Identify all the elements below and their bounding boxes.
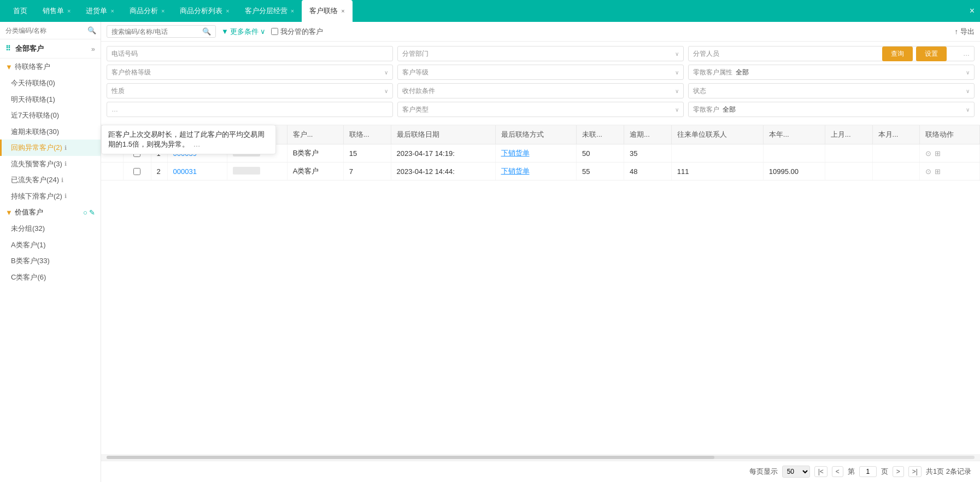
sidebar-group-pending[interactable]: ▼ 待联络客户 — [0, 59, 101, 75]
tooltip-more-icon[interactable]: … — [193, 140, 200, 148]
per-page-label: 每页显示 — [749, 467, 778, 477]
setting-button[interactable]: 设置 — [916, 47, 947, 61]
code-link-2[interactable]: 000031 — [173, 167, 197, 176]
th-last-date[interactable]: 最后联络日期 — [391, 125, 495, 144]
per-page-select[interactable]: 10 20 50 100 — [782, 466, 810, 478]
td-overdue-1: 35 — [624, 144, 671, 162]
sidebar-item-ungroup[interactable]: 未分组(32) — [0, 220, 101, 237]
extra-filter-icon[interactable]: … — [112, 106, 118, 113]
nav-sales[interactable]: 销售单 × — [35, 0, 78, 22]
close-customer-contact-icon[interactable]: × — [341, 8, 344, 14]
td-checkbox-2[interactable] — [123, 162, 151, 181]
filter-price-level[interactable]: 客户价格等级 ∨ — [107, 65, 393, 80]
nav-analysis-list[interactable]: 商品分析列表 × — [172, 0, 237, 22]
td-name-2 — [227, 162, 287, 181]
search-input[interactable] — [112, 28, 202, 36]
manager-more-icon[interactable]: … — [963, 50, 970, 57]
scrollbar-thumb[interactable] — [107, 456, 714, 459]
filter-retail-attr[interactable]: 零散客户属性 全部 ∨ — [688, 65, 975, 80]
sidebar-item-lost-warning[interactable]: 流失预警客户(3) ℹ — [0, 156, 101, 172]
filter-customer-type[interactable]: 客户类型 ∨ — [397, 102, 684, 117]
th-last-way[interactable]: 最后联络方式 — [495, 125, 577, 144]
sidebar-search-icon[interactable]: 🔍 — [87, 26, 96, 34]
td-last-way-1: 下销货单 — [495, 144, 577, 162]
close-sales-icon[interactable]: × — [67, 8, 71, 14]
filter-status[interactable]: 状态 ∨ — [688, 83, 975, 98]
sidebar-item-tomorrow[interactable]: 明天待联络(1) — [0, 91, 101, 108]
nav-home[interactable]: 首页 — [5, 0, 35, 22]
filter-payment[interactable]: 收付款条件 ∨ — [397, 83, 684, 98]
main-layout: 🔍 ⠿ 全部客户 » ▼ 待联络客户 今天待联络(0) 明天待联络(1) 近7天… — [0, 22, 980, 482]
sidebar-item-class-b[interactable]: B类客户(33) — [0, 253, 101, 269]
td-index-2: 2 — [151, 162, 167, 181]
total-pages-label: 页 — [881, 467, 888, 477]
nature-dropdown-icon: ∨ — [384, 88, 388, 94]
sidebar-search-input[interactable] — [5, 27, 87, 34]
more-conditions-button[interactable]: ▼ 更多条件 ∨ — [221, 27, 266, 37]
my-customer-checkbox[interactable] — [271, 28, 278, 35]
sidebar-item-class-a[interactable]: A类客户(1) — [0, 237, 101, 253]
th-last-month[interactable]: 上月... — [825, 125, 872, 144]
status-dropdown-icon: ∨ — [966, 88, 970, 94]
last-page-button[interactable]: >| — [908, 466, 922, 477]
collapse-button[interactable]: » — [91, 45, 95, 53]
th-contact-person[interactable]: 往来单位联系人 — [671, 125, 763, 144]
window-close-button[interactable]: × — [970, 6, 975, 16]
th-this-year[interactable]: 本年... — [763, 125, 825, 144]
close-customer-mgmt-icon[interactable]: × — [291, 8, 294, 14]
nav-customer-contact[interactable]: 客户联络 × — [302, 0, 352, 22]
td-this-month-2 — [872, 162, 920, 181]
name-placeholder-2 — [233, 167, 260, 175]
value-group-edit-icons[interactable]: ○ ✎ — [83, 208, 95, 217]
query-button[interactable]: 查询 — [882, 47, 913, 61]
nav-purchase[interactable]: 进货单 × — [78, 0, 121, 22]
action-grid-icon-2[interactable]: ⊞ — [935, 167, 941, 176]
info-icon-declining: ℹ — [64, 191, 67, 201]
td-contact-person-1 — [671, 144, 763, 162]
close-analysis-icon[interactable]: × — [161, 8, 165, 14]
search-icon[interactable]: 🔍 — [202, 27, 211, 36]
th-no-contact[interactable]: 未联... — [577, 125, 624, 144]
td-action-2: ⊙ ⊞ — [920, 162, 980, 181]
horizontal-scrollbar[interactable] — [101, 454, 980, 461]
sidebar-item-today[interactable]: 今天待联络(0) — [0, 75, 101, 91]
td-type-1: B类客户 — [287, 144, 343, 162]
row2-checkbox[interactable] — [133, 168, 140, 175]
sidebar-item-class-c[interactable]: C类客户(6) — [0, 269, 101, 286]
action-grid-icon-1[interactable]: ⊞ — [935, 149, 941, 158]
filter-retail-customer[interactable]: 零散客户 全部 ∨ — [688, 102, 975, 117]
last-way-link-2[interactable]: 下销货单 — [501, 167, 530, 175]
sidebar-item-repurchase-abnormal[interactable]: 回购异常客户(2) ℹ — [0, 140, 101, 156]
grid-icon: ⠿ — [5, 44, 11, 53]
filter-customer-level[interactable]: 客户等级 ∨ — [397, 65, 684, 80]
sidebar-item-7days[interactable]: 近7天待联络(0) — [0, 107, 101, 124]
filter-dots[interactable]: … — [107, 102, 393, 117]
pagination-bar: 每页显示 10 20 50 100 |< < 第 页 > >| 共1页 2条记录 — [101, 461, 980, 482]
prev-page-button[interactable]: < — [832, 466, 843, 477]
next-page-button[interactable]: > — [893, 466, 904, 477]
sidebar-item-declining[interactable]: 持续下滑客户(2) ℹ — [0, 188, 101, 205]
tooltip-repurchase: 距客户上次交易时长，超过了此客户的平均交易周期的1.5倍，则视为异常。 … — [101, 125, 276, 154]
td-this-month-1 — [872, 144, 920, 162]
td-code-2[interactable]: 000031 — [167, 162, 227, 181]
first-page-button[interactable]: |< — [814, 466, 828, 477]
close-purchase-icon[interactable]: × — [110, 8, 114, 14]
close-analysis-list-icon[interactable]: × — [226, 8, 229, 14]
filter-department[interactable]: 分管部门 ∨ — [397, 46, 684, 61]
action-link-icon-1[interactable]: ⊙ — [925, 149, 931, 158]
info-icon-lost-warning: ℹ — [64, 159, 67, 169]
page-label: 第 — [848, 467, 855, 477]
filter-nature[interactable]: 性质 ∨ — [107, 83, 393, 98]
nav-customer-mgmt[interactable]: 客户分层经营 × — [237, 0, 302, 22]
th-overdue[interactable]: 逾期... — [624, 125, 671, 144]
th-contact[interactable]: 联络... — [343, 125, 391, 144]
th-type[interactable]: 客户... — [287, 125, 343, 144]
page-number-input[interactable] — [859, 466, 877, 477]
th-this-month[interactable]: 本月... — [872, 125, 920, 144]
export-button[interactable]: ↑ 导出 — [955, 27, 975, 37]
sidebar-item-overdue[interactable]: 逾期未联络(30) — [0, 124, 101, 140]
sidebar-item-lost[interactable]: 已流失客户(24) ℹ — [0, 172, 101, 188]
last-way-link-1[interactable]: 下销货单 — [501, 149, 530, 157]
nav-analysis[interactable]: 商品分析 × — [122, 0, 172, 22]
action-link-icon-2[interactable]: ⊙ — [925, 167, 931, 176]
